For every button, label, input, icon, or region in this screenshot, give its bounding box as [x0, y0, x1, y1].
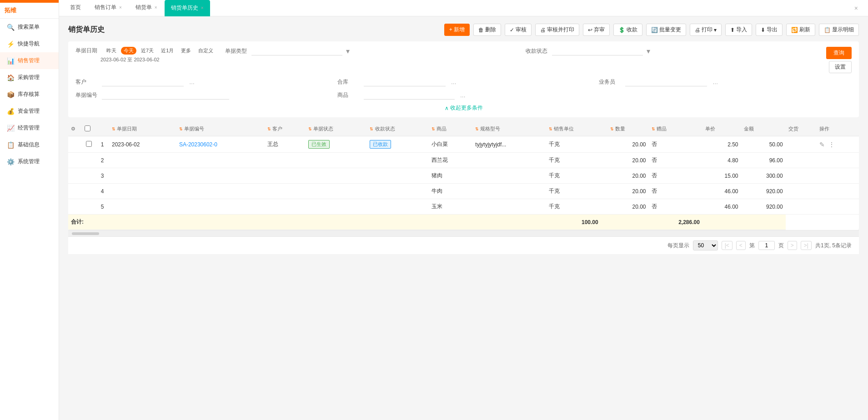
last-page-button[interactable]: >| — [801, 241, 812, 250]
salesperson-ellipsis[interactable]: … — [711, 79, 720, 85]
collapse-icon: ∧ — [445, 105, 449, 111]
more-icon[interactable]: ⋮ — [828, 141, 835, 148]
tab-sales-delivery[interactable]: 销货单 × — [129, 0, 164, 16]
col-customer[interactable]: ⇅ 客户 — [265, 122, 306, 136]
close-sales-delivery-icon[interactable]: × — [155, 5, 157, 10]
warehouse-input[interactable] — [364, 78, 446, 86]
next-page-button[interactable]: > — [788, 241, 797, 250]
amount-cell: 920.00 — [741, 184, 786, 199]
audit-print-button[interactable]: 🖨 审核并打印 — [535, 24, 579, 36]
scroll-thumb — [72, 232, 99, 235]
tabs-bar: 首页 销售订单 × 销货单 × 销货单历史 × × — [59, 0, 868, 16]
col-paystatus[interactable]: ⇅ 收款状态 — [367, 122, 428, 136]
customer-ellipsis[interactable]: … — [187, 79, 196, 85]
doc-type-dropdown-icon: ▾ — [346, 47, 350, 55]
doc-type-select[interactable] — [251, 47, 342, 55]
audit-button[interactable]: ✓ 审核 — [505, 24, 532, 36]
col-settings[interactable]: ⚙ — [68, 122, 82, 136]
doc-num-input[interactable] — [102, 91, 229, 100]
docno-cell[interactable] — [176, 168, 265, 184]
finance-icon: 💰 — [7, 108, 14, 115]
col-gift[interactable]: ⇅ 赠品 — [649, 122, 702, 136]
sidebar-item-inventory[interactable]: 📦 库存核算 — [0, 86, 59, 103]
payment-status-select[interactable] — [552, 47, 643, 55]
collect-button[interactable]: 💲 收款 — [613, 24, 642, 36]
tab-home[interactable]: 首页 — [64, 0, 87, 16]
close-sales-history-icon[interactable]: × — [201, 5, 204, 10]
docno-cell[interactable]: SA-20230602-0 — [176, 136, 265, 153]
batch-change-button[interactable]: 🔄 批量变更 — [646, 24, 686, 36]
warehouse-ellipsis[interactable]: … — [449, 79, 458, 85]
tab-sales-history[interactable]: 销货单历史 × — [165, 0, 210, 16]
sidebar-item-quicknav[interactable]: ⚡ 快捷导航 — [0, 35, 59, 52]
sidebar-item-search[interactable]: 🔍 搜索菜单 — [0, 19, 59, 35]
sidebar-item-operations[interactable]: 📈 经营管理 — [0, 120, 59, 136]
refresh-button[interactable]: 🔁 刷新 — [786, 24, 815, 36]
row-num-cell: 5 — [95, 199, 109, 215]
show-detail-button[interactable]: 📋 显示明细 — [819, 24, 859, 36]
sort-date-icon: ⇅ — [112, 127, 115, 131]
basics-icon: 📋 — [7, 141, 14, 149]
horizontal-scrollbar[interactable] — [68, 230, 859, 236]
salesperson-input[interactable] — [625, 78, 707, 86]
export-button[interactable]: ⬇ 导出 — [756, 24, 783, 36]
row-checkbox[interactable] — [86, 141, 92, 147]
doc-no-link[interactable]: SA-20230602-0 — [179, 141, 217, 148]
sidebar-item-finance[interactable]: 💰 资金管理 — [0, 103, 59, 120]
sidebar-item-sales[interactable]: 📊 销售管理 — [0, 52, 59, 69]
page-input[interactable] — [758, 241, 775, 250]
docno-cell[interactable] — [176, 184, 265, 199]
col-unit[interactable]: ⇅ 销售单位 — [546, 122, 607, 136]
collapse-button[interactable]: ∧ 收起更多条件 — [445, 104, 483, 112]
date-tab-1month[interactable]: 近1月 — [158, 47, 176, 55]
summary-end — [702, 215, 786, 230]
abandon-button[interactable]: ↩ 弃审 — [583, 24, 610, 36]
col-action: 操作 — [817, 122, 859, 136]
action-cell: ✎ ⋮ — [817, 136, 859, 153]
col-check — [82, 122, 95, 136]
goods-ellipsis[interactable]: … — [458, 92, 467, 99]
first-page-button[interactable]: |< — [722, 241, 733, 250]
date-tab-custom[interactable]: 自定义 — [196, 47, 216, 55]
setting-button[interactable]: 设置 — [829, 61, 852, 73]
date-tab-today[interactable]: 今天 — [121, 47, 136, 55]
docno-cell[interactable] — [176, 199, 265, 215]
sidebar-item-purchase[interactable]: 🏠 采购管理 — [0, 69, 59, 86]
prev-page-button[interactable]: < — [736, 241, 746, 250]
import-button[interactable]: ⬆ 导入 — [725, 24, 752, 36]
table-row: 3 猪肉 千克 20.00 否 15.00 300.00 — [68, 168, 859, 184]
sidebar-item-label: 基础信息 — [18, 141, 40, 149]
goods-input[interactable] — [364, 91, 455, 100]
date-tab-7days[interactable]: 近7天 — [138, 47, 156, 55]
sidebar-item-basics[interactable]: 📋 基础信息 — [0, 136, 59, 153]
close-sales-order-icon[interactable]: × — [119, 5, 122, 10]
window-close-button[interactable]: × — [849, 5, 863, 12]
customer-cell — [265, 199, 306, 215]
edit-icon[interactable]: ✎ — [819, 141, 825, 148]
sidebar-item-system[interactable]: ⚙️ 系统管理 — [0, 153, 59, 170]
print-button[interactable]: 🖨 打印 ▾ — [690, 24, 722, 36]
gift-cell: 否 — [649, 136, 702, 153]
delete-button[interactable]: 🗑 删除 — [473, 24, 501, 36]
col-spec[interactable]: ⇅ 规格型号 — [472, 122, 546, 136]
new-button[interactable]: + 新增 — [444, 24, 470, 36]
goods-cell: 西兰花 — [429, 153, 473, 168]
col-goods[interactable]: ⇅ 商品 — [429, 122, 473, 136]
customer-input[interactable] — [102, 78, 184, 86]
per-page-select[interactable]: 50 100 — [693, 240, 718, 250]
col-date[interactable]: ⇅ 单据日期 — [109, 122, 176, 136]
date-cell — [109, 153, 176, 168]
pagination-bar: 每页显示 50 100 |< < 第 页 > >| 共1页, 5条记录 — [68, 236, 859, 254]
docno-cell[interactable] — [176, 153, 265, 168]
col-docno[interactable]: ⇅ 单据编号 — [176, 122, 265, 136]
date-tab-yesterday[interactable]: 昨天 — [104, 47, 119, 55]
docstatus-cell — [306, 168, 367, 184]
tab-sales-order[interactable]: 销售订单 × — [88, 0, 128, 16]
page-label: 第 — [749, 242, 755, 250]
col-qty[interactable]: ⇅ 数量 — [607, 122, 649, 136]
date-tab-more[interactable]: 更多 — [178, 47, 194, 55]
query-button[interactable]: 查询 — [826, 47, 852, 59]
export-icon: ⬇ — [761, 27, 765, 33]
col-docstatus[interactable]: ⇅ 单据状态 — [306, 122, 367, 136]
select-all-checkbox[interactable] — [85, 125, 90, 131]
